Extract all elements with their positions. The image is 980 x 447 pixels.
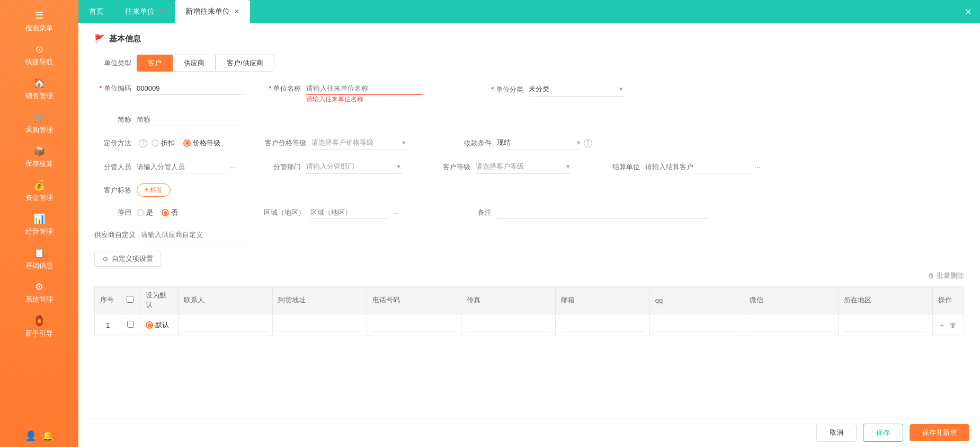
footer: 取消 保存 保存并新增 [78, 418, 980, 447]
row-email[interactable] [555, 314, 649, 336]
add-tag-button[interactable]: + 标签 [137, 183, 171, 197]
purchase-icon: 🛒 [33, 111, 45, 123]
row-fax[interactable] [461, 314, 555, 336]
col-contact: 联系人 [178, 286, 272, 314]
sidebar-item-purchase[interactable]: 🛒 采购管理 [0, 106, 78, 140]
unit-name-label: 单位名称 [264, 84, 306, 93]
sidebar: ☰ 搜索菜单 ⊙ 快捷导航 🏠 销售管理 🛒 采购管理 📦 库存核算 💰 资金管… [0, 0, 78, 447]
tab-bar: 首页 往来单位 ✕ 新增往来单位 ✕ ✕ [78, 0, 980, 23]
qq-input[interactable] [655, 319, 738, 331]
row-phone[interactable] [367, 314, 461, 336]
form-area: 🚩 基本信息 单位类型 客户 供应商 客户/供应商 单位编码 单位名称 [78, 23, 980, 418]
row-checkbox[interactable] [127, 321, 134, 328]
settlement-unit-more-icon[interactable]: ··· [751, 163, 764, 171]
custom-settings-button[interactable]: ⚙ 自定义项设置 [94, 251, 161, 267]
phone-input[interactable] [372, 319, 456, 331]
bell-icon[interactable]: 🔔 [42, 430, 54, 442]
customer-level-select[interactable]: 请选择客户等级 ▼ [476, 160, 571, 174]
payment-terms-help-icon[interactable]: ? [584, 139, 592, 147]
save-new-button[interactable]: 保存并新增 [910, 424, 969, 441]
address-input[interactable] [278, 319, 361, 331]
tab-new-unit[interactable]: 新增往来单位 ✕ [175, 0, 250, 23]
row-delete-button[interactable]: 🗑 [948, 321, 958, 329]
pricing-radio-level[interactable]: 价格等级 [183, 138, 220, 148]
home-icon: ⊙ [35, 43, 43, 55]
save-button[interactable]: 保存 [863, 424, 903, 442]
field-payment-terms: 收款条件 现结 ▼ ? [455, 136, 624, 150]
contact-input[interactable] [184, 319, 267, 331]
payment-terms-select[interactable]: 现结 ▼ [497, 136, 582, 150]
contact-table: 序号 设为默认 联系人 到货地址 电话号码 传真 邮箱 qq 微信 所在地区 操… [94, 286, 964, 336]
row-address[interactable] [272, 314, 367, 336]
department-select[interactable]: 请输入分管部门 ▼ [306, 160, 402, 174]
row-tags: 客户标签 + 标签 [94, 183, 964, 197]
pricing-help-icon[interactable]: ? [139, 139, 147, 147]
sidebar-item-basic-info[interactable]: 📋 基础信息 [0, 242, 78, 276]
batch-delete-label[interactable]: 批量删除 [937, 271, 964, 281]
unit-category-select[interactable]: 未分类 ▼ [529, 82, 624, 97]
unit-code-input[interactable] [137, 82, 243, 95]
supplier-custom-input[interactable] [141, 229, 247, 241]
fax-input[interactable] [467, 319, 550, 331]
sidebar-item-inventory[interactable]: 📦 库存核算 [0, 140, 78, 174]
sidebar-item-operation[interactable]: 📊 经营管理 [0, 208, 78, 242]
sidebar-item-quick-nav[interactable]: ⊙ 快捷导航 [0, 38, 78, 72]
manager-input[interactable] [137, 161, 227, 173]
settlement-unit-input[interactable] [645, 161, 751, 173]
field-disabled: 停用 是 否 [94, 208, 264, 217]
unit-type-both[interactable]: 客户/供应商 [216, 55, 274, 72]
field-settlement-unit: 结算单位 ··· [603, 161, 964, 173]
wechat-input[interactable] [750, 319, 833, 331]
sidebar-item-sales[interactable]: 🏠 销售管理 [0, 72, 78, 106]
tab-units-close[interactable]: ✕ [159, 8, 164, 15]
user-icon[interactable]: 👤 [25, 430, 37, 442]
window-close-icon[interactable]: ✕ [965, 7, 972, 17]
manager-more-icon[interactable]: ··· [227, 163, 239, 171]
sidebar-item-guide[interactable]: 🏮 新手引导 [0, 310, 78, 344]
sidebar-item-search[interactable]: ☰ 搜索菜单 [0, 4, 78, 38]
col-default: 设为默认 [140, 286, 179, 314]
settings-gear-icon: ⚙ [102, 255, 109, 263]
tab-home[interactable]: 首页 [78, 0, 114, 23]
row-checkbox-cell [121, 314, 140, 336]
field-tags: 客户标签 + 标签 [94, 183, 264, 197]
pricing-radio-discount[interactable]: 折扣 [152, 138, 175, 148]
sidebar-item-system[interactable]: ⚙ 系统管理 [0, 276, 78, 310]
select-all-checkbox[interactable] [127, 296, 133, 303]
disabled-radio-yes[interactable]: 是 [137, 208, 153, 217]
row-district[interactable] [839, 314, 933, 336]
tags-label: 客户标签 [94, 186, 137, 195]
inventory-icon: 📦 [33, 145, 45, 157]
customer-price-level-select[interactable]: 请选择客户价格等级 ▼ [311, 136, 407, 150]
row-disabled-region: 停用 是 否 区域（地区） ··· 备注 [94, 206, 964, 219]
unit-type-customer[interactable]: 客户 [137, 55, 173, 72]
row-default-radio[interactable]: 默认 [146, 320, 173, 330]
tab-units[interactable]: 往来单位 ✕ [114, 0, 175, 23]
row-wechat[interactable] [744, 314, 839, 336]
guide-icon: 🏮 [33, 315, 45, 327]
region-input[interactable] [310, 206, 390, 219]
field-manager: 分管人员 ··· [94, 161, 264, 173]
unit-name-input[interactable] [306, 82, 423, 95]
row-qq[interactable] [649, 314, 744, 336]
field-supplier-custom: 供应商自定义 [94, 229, 264, 241]
col-checkbox [121, 286, 140, 314]
section-title: 🚩 基本信息 [94, 34, 964, 44]
row-contact[interactable] [178, 314, 272, 336]
default-radio-circle [146, 321, 153, 329]
district-input[interactable] [844, 319, 927, 331]
email-input[interactable] [561, 319, 644, 331]
tab-new-unit-close[interactable]: ✕ [234, 8, 239, 15]
unit-type-row: 单位类型 客户 供应商 客户/供应商 [94, 55, 964, 72]
row-pricing: 定价方法 ? 折扣 价格等级 客户价格等级 请选择客户价格等级 [94, 136, 964, 150]
payment-terms-arrow-icon: ▼ [576, 139, 582, 146]
pricing-radio-group: 折扣 价格等级 [152, 138, 220, 148]
row-add-button[interactable]: + [938, 321, 946, 329]
sidebar-item-finance[interactable]: 💰 资金管理 [0, 174, 78, 208]
disabled-radio-no[interactable]: 否 [162, 208, 178, 217]
unit-type-supplier[interactable]: 供应商 [173, 55, 216, 72]
remark-input[interactable] [497, 206, 709, 219]
cancel-button[interactable]: 取消 [816, 424, 857, 442]
short-name-input[interactable] [137, 113, 243, 126]
region-more-icon[interactable]: ··· [390, 208, 403, 217]
